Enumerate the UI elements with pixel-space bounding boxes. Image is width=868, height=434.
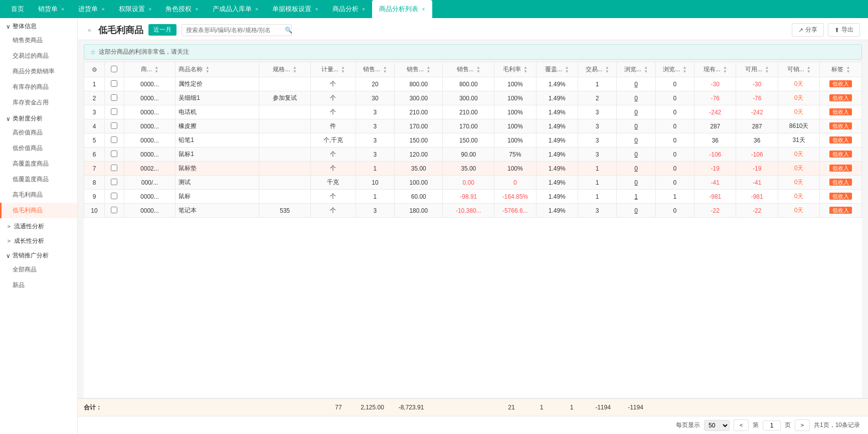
- sidebar-item-low-margin[interactable]: 低毛利商品: [0, 203, 77, 218]
- sidebar-item-new-goods[interactable]: 新品: [0, 277, 77, 293]
- page-number-input[interactable]: [763, 420, 781, 430]
- sidebar-item-sales-goods[interactable]: 销售类商品: [0, 33, 77, 48]
- sidebar-item-high-margin[interactable]: 高毛利商品: [0, 187, 77, 203]
- row-cb-2[interactable]: [105, 105, 124, 119]
- row-checkbox-5[interactable]: [111, 151, 117, 157]
- sidebar-group-title-level[interactable]: ∨ 类射度分析: [0, 110, 77, 125]
- prev-page-btn[interactable]: ＜: [734, 419, 749, 431]
- col-stock2[interactable]: 可用... ▲▼: [736, 62, 778, 77]
- sidebar-item-high-coverage[interactable]: 高覆盖度商品: [0, 156, 77, 172]
- row-cb-7[interactable]: [105, 176, 124, 190]
- share-button[interactable]: ↗ 分享: [792, 23, 824, 37]
- nav-close-analysis-list[interactable]: ×: [422, 0, 425, 18]
- nav-close-sales[interactable]: ×: [61, 0, 64, 18]
- row-name-1: 吴细细1: [176, 91, 259, 105]
- col-unit[interactable]: 计量... ▲▼: [310, 62, 356, 77]
- row-checkbox-8[interactable]: [111, 193, 117, 199]
- sidebar-group-title-growth[interactable]: ＞ 成长性分析: [0, 233, 77, 247]
- row-view1-3[interactable]: 0: [617, 119, 655, 133]
- nav-templates[interactable]: 单据模板设置 ×: [265, 0, 325, 18]
- col-tag[interactable]: 标签 ▲▼: [820, 62, 862, 77]
- sidebar-collapse-btn[interactable]: «: [86, 25, 93, 36]
- col-settings[interactable]: ⚙: [84, 62, 105, 77]
- col-stock3[interactable]: 可销... ▲▼: [778, 62, 819, 77]
- nav-close-purchase[interactable]: ×: [101, 0, 104, 18]
- row-cb-0[interactable]: [105, 77, 124, 91]
- row-checkbox-7[interactable]: [111, 179, 117, 185]
- sidebar-item-all-goods[interactable]: 全部商品: [0, 262, 77, 277]
- page-size-select[interactable]: 50 20 100: [704, 420, 730, 431]
- col-checkbox[interactable]: [105, 62, 124, 77]
- row-checkbox-1[interactable]: [111, 94, 117, 101]
- row-checkbox-6[interactable]: [111, 165, 117, 171]
- row-view1-9[interactable]: 0: [617, 204, 655, 218]
- nav-close-permissions[interactable]: ×: [148, 0, 151, 18]
- row-checkbox-2[interactable]: [111, 108, 117, 115]
- col-trade[interactable]: 交易... ▲▼: [578, 62, 616, 77]
- row-view1-4[interactable]: 0: [617, 133, 655, 148]
- nav-purchase[interactable]: 进货单 ×: [71, 0, 111, 18]
- nav-sales[interactable]: 销货单 ×: [31, 0, 71, 18]
- row-checkbox-3[interactable]: [111, 122, 117, 129]
- col-sale-qty[interactable]: 销售... ▲▼: [356, 62, 394, 77]
- row-view1-7[interactable]: 0: [617, 176, 655, 190]
- row-view1-2[interactable]: 0: [617, 105, 655, 119]
- col-view1[interactable]: 浏览... ▲▼: [617, 62, 655, 77]
- row-cb-3[interactable]: [105, 119, 124, 133]
- col-name[interactable]: 商品名称 ▲▼: [176, 62, 259, 77]
- nav-close-analysis[interactable]: ×: [362, 0, 365, 18]
- col-code[interactable]: 商... ▲▼: [124, 62, 176, 77]
- row-cb-1[interactable]: [105, 91, 124, 105]
- sidebar-item-high-value[interactable]: 高价值商品: [0, 125, 77, 140]
- nav-home[interactable]: 首页: [4, 0, 31, 18]
- filter-recent-month-btn[interactable]: 近一月: [148, 24, 177, 36]
- select-all-checkbox[interactable]: [111, 66, 117, 72]
- col-sale-profit[interactable]: 销售... ▲▼: [443, 62, 494, 77]
- nav-analysis[interactable]: 商品分析 ×: [325, 0, 372, 18]
- row-cb-9[interactable]: [105, 204, 124, 218]
- nav-close-roles[interactable]: ×: [195, 0, 198, 18]
- search-input[interactable]: [182, 24, 292, 36]
- col-sale-price[interactable]: 销售... ▲▼: [395, 62, 443, 77]
- row-view1-6[interactable]: 0: [617, 162, 655, 176]
- col-view2[interactable]: 浏览... ▲▼: [655, 62, 694, 77]
- nav-roles[interactable]: 角色授权 ×: [158, 0, 205, 18]
- row-view1-8[interactable]: 1: [617, 190, 655, 204]
- row-view1-1[interactable]: 0: [617, 91, 655, 105]
- row-stock3-7: 0天: [778, 176, 819, 190]
- sidebar-group-title-marketing[interactable]: ∨ 营销推广分析: [0, 247, 77, 262]
- nav-products[interactable]: 产成品入库单 ×: [206, 0, 265, 18]
- row-checkbox-9[interactable]: [111, 207, 117, 213]
- row-cb-8[interactable]: [105, 190, 124, 204]
- sidebar-item-traded-goods[interactable]: 交易过的商品: [0, 48, 77, 64]
- row-checkbox-4[interactable]: [111, 136, 117, 143]
- sidebar-item-low-value[interactable]: 低价值商品: [0, 140, 77, 156]
- sidebar-item-capital[interactable]: 库存资金占用: [0, 95, 77, 110]
- nav-close-products[interactable]: ×: [255, 0, 258, 18]
- sidebar-item-low-coverage[interactable]: 低覆盖度商品: [0, 172, 77, 187]
- nav-permissions[interactable]: 权限设置 ×: [112, 0, 158, 18]
- row-cb-4[interactable]: [105, 133, 124, 148]
- row-view1-0[interactable]: 0: [617, 77, 655, 91]
- row-cb-5[interactable]: [105, 148, 124, 162]
- col-stock1[interactable]: 现有... ▲▼: [695, 62, 736, 77]
- row-stock1-6: -19: [695, 162, 736, 176]
- row-view1-5[interactable]: 0: [617, 148, 655, 162]
- chevron-right-icon-growth: ＞: [6, 237, 12, 245]
- row-cb-6[interactable]: [105, 162, 124, 176]
- nav-analysis-list[interactable]: 商品分析列表 ×: [372, 0, 432, 18]
- export-button[interactable]: ⬆ 导出: [828, 23, 860, 37]
- col-coverage[interactable]: 覆盖... ▲▼: [536, 62, 578, 77]
- tag-badge-8: 低收入: [829, 193, 852, 200]
- col-spec[interactable]: 规格... ▲▼: [259, 62, 311, 77]
- search-icon[interactable]: 🔍: [285, 27, 292, 34]
- sidebar-group-title-overall[interactable]: ∨ 整体信息: [0, 18, 77, 33]
- sidebar-item-in-stock[interactable]: 有库存的商品: [0, 79, 77, 95]
- next-page-btn[interactable]: ＞: [795, 419, 810, 431]
- page-label: 第: [753, 421, 759, 429]
- sidebar-group-title-flow[interactable]: ＞ 流通性分析: [0, 218, 77, 233]
- col-gross-rate[interactable]: 毛利率 ▲▼: [494, 62, 536, 77]
- row-checkbox-0[interactable]: [111, 80, 117, 87]
- nav-close-templates[interactable]: ×: [315, 0, 318, 18]
- sidebar-item-category-rate[interactable]: 商品分类助销率: [0, 64, 77, 79]
